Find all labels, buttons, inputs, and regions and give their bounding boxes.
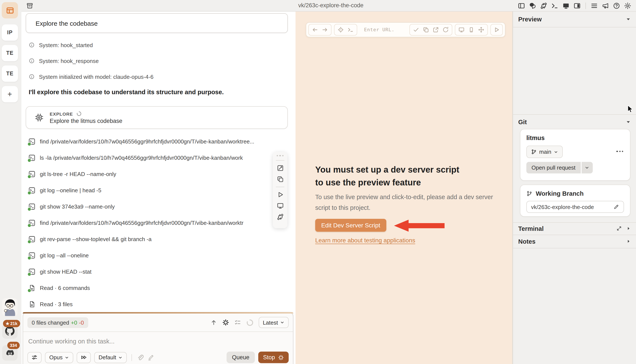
terminal-command-icon — [28, 235, 36, 242]
message-input[interactable]: Continue working on this task... — [28, 338, 114, 345]
open-pr-label: Open pull request — [532, 164, 576, 171]
command-row[interactable]: find /private/var/folders/10/h7w0q46556g… — [28, 218, 244, 228]
caret-right-icon[interactable] — [626, 239, 631, 244]
edit-pencil-icon[interactable] — [613, 204, 619, 210]
command-row[interactable]: git ls-tree -r HEAD --name-only — [28, 169, 116, 179]
task-title-card[interactable]: Explore the codebase — [26, 13, 288, 33]
read-row[interactable]: Read · 3 files — [28, 299, 72, 309]
explore-tool-card[interactable]: EXPLORE Explore the litmus codebase — [26, 106, 288, 129]
copy-icon[interactable] — [276, 176, 284, 183]
command-row[interactable]: find /private/var/folders/10/h7w0q46556g… — [28, 136, 254, 146]
section-divider — [513, 248, 636, 248]
command-row[interactable]: git log --oneline | head -5 — [28, 185, 101, 195]
menu-icon[interactable] — [590, 2, 598, 9]
git-section-header[interactable]: Git — [513, 114, 636, 130]
github-link[interactable]: ★21k — [2, 323, 18, 339]
open-pull-request-button[interactable]: Open pull request — [526, 162, 580, 174]
command-row[interactable]: git show 374e3a9 --name-only — [28, 201, 115, 212]
back-icon[interactable] — [312, 26, 318, 33]
chevron-down-icon — [584, 165, 589, 170]
preview-section-header[interactable]: Preview — [513, 12, 636, 27]
model-dropdown[interactable]: Opus — [45, 352, 73, 363]
panel-right-icon[interactable] — [574, 2, 581, 9]
open-pr-caret-button[interactable] — [582, 162, 592, 174]
signature-pen-icon[interactable] — [148, 354, 155, 361]
monitor-icon[interactable] — [276, 202, 284, 210]
play-icon[interactable] — [276, 191, 284, 198]
caret-right-icon[interactable] — [626, 226, 631, 231]
copy-icon[interactable] — [423, 26, 429, 33]
sliders-icon — [31, 354, 38, 360]
git-compare-icon[interactable] — [540, 2, 547, 9]
more-options-button[interactable] — [616, 151, 623, 152]
sidebar-tab-te-2[interactable]: TE — [2, 66, 18, 82]
heading-line-1: You must set up a dev server script — [315, 163, 459, 176]
command-text: git log --oneline | head -5 — [40, 187, 101, 193]
command-text: ls -la /private/var/folders/10/h7w0q4655… — [40, 154, 243, 161]
play-icon[interactable] — [494, 26, 500, 33]
profile-label: Default — [98, 354, 116, 360]
chevron-down-icon — [280, 320, 284, 324]
info-icon — [29, 74, 35, 80]
settings-gear-icon[interactable] — [624, 2, 631, 9]
attach-paperclip-icon[interactable] — [137, 354, 144, 361]
sidebar-tab-te-1[interactable]: TE — [2, 45, 18, 61]
sidebar-tab-active[interactable] — [2, 2, 18, 18]
edit-region-icon[interactable] — [276, 164, 284, 172]
forward-icon[interactable] — [322, 26, 328, 33]
file-icon — [28, 300, 36, 308]
chat-bubbles-icon[interactable] — [529, 2, 536, 9]
command-row[interactable]: git rev-parse --show-toplevel && git bra… — [28, 234, 152, 244]
files-changed-pill[interactable]: 0 files changed +0 -0 — [28, 317, 88, 328]
command-row[interactable]: git log --all --oneline — [28, 250, 89, 260]
discord-link[interactable]: 334 — [2, 345, 18, 360]
checklist-icon[interactable] — [234, 319, 241, 326]
notes-section-header[interactable]: Notes — [513, 235, 636, 248]
target-icon[interactable] — [338, 26, 344, 33]
url-input[interactable]: Enter URL. — [360, 27, 407, 32]
terminal-icon[interactable] — [347, 26, 354, 33]
edit-dev-server-script-button[interactable]: Edit Dev Server Script — [315, 219, 386, 232]
preview-panel: Enter URL. You must set up a dev server … — [296, 12, 513, 364]
mobile-icon[interactable] — [468, 26, 474, 33]
read-row[interactable]: Read · 6 commands — [28, 283, 90, 293]
tab-label: IP — [7, 30, 13, 36]
external-link-icon[interactable] — [432, 26, 439, 33]
check-icon[interactable] — [413, 26, 419, 33]
stop-button[interactable]: Stop — [258, 352, 289, 363]
latest-dropdown[interactable]: Latest — [258, 317, 289, 328]
read-text: Read · 3 files — [40, 301, 72, 307]
command-row[interactable]: git show HEAD --stat — [28, 266, 92, 277]
help-icon[interactable] — [613, 2, 620, 9]
expand-icon[interactable] — [616, 226, 622, 231]
status-dot — [28, 289, 31, 292]
sidebar-tab-ip[interactable]: IP — [2, 24, 18, 41]
desktop-icon[interactable] — [458, 26, 465, 33]
burst-icon[interactable] — [222, 319, 229, 326]
scroll-up-icon[interactable] — [210, 319, 217, 326]
refresh-icon[interactable] — [442, 26, 449, 33]
fast-forward-button[interactable] — [77, 352, 91, 363]
move-icon[interactable] — [478, 26, 484, 33]
base-branch-dropdown[interactable]: main — [526, 146, 563, 158]
terminal-section-header[interactable]: Terminal — [513, 222, 636, 235]
queue-button[interactable]: Queue — [226, 352, 255, 363]
avatar[interactable] — [2, 298, 18, 316]
command-text: git rev-parse --show-toplevel && git bra… — [40, 236, 152, 242]
working-branch-input[interactable]: vk/263c-explore-the-code — [526, 201, 624, 213]
settings-sliders-button[interactable] — [28, 352, 42, 363]
sidebar-add-tab-button[interactable]: + — [2, 86, 18, 102]
command-row[interactable]: ls -la /private/var/folders/10/h7w0q4655… — [28, 152, 243, 163]
panel-left-icon[interactable] — [518, 2, 525, 9]
monitor-icon[interactable] — [562, 2, 570, 9]
caret-down-icon[interactable] — [626, 120, 631, 124]
profile-dropdown[interactable]: Default — [94, 352, 127, 363]
drag-handle[interactable] — [277, 155, 283, 156]
git-compare-icon[interactable] — [276, 213, 284, 220]
status-dot — [28, 175, 31, 178]
caret-down-icon[interactable] — [626, 17, 631, 22]
terminal-icon[interactable] — [551, 2, 558, 9]
learn-more-link[interactable]: Learn more about testing applications — [315, 237, 415, 244]
megaphone-icon[interactable] — [602, 2, 609, 9]
model-label: Opus — [49, 354, 62, 360]
